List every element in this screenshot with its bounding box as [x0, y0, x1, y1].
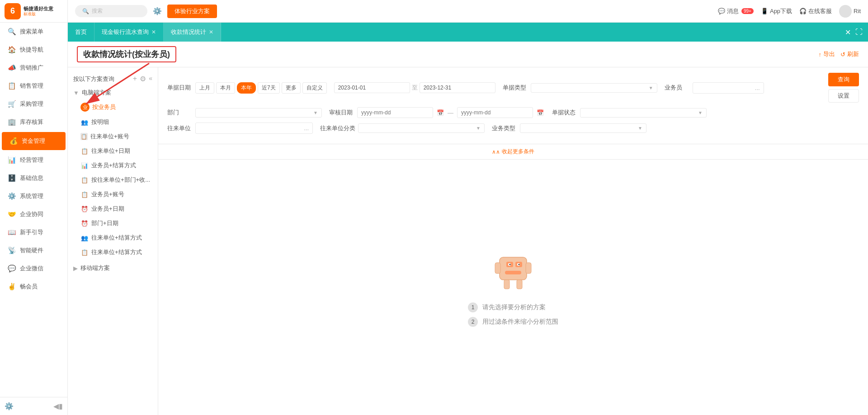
scheme-item-by-detail[interactable]: 👥 按明细: [68, 115, 158, 129]
date-btn-custom[interactable]: 自定义: [302, 82, 327, 94]
collapse-bar[interactable]: ∧∧ 收起更多条件: [158, 144, 868, 160]
sidebar-item-operations[interactable]: 📊 经营管理: [0, 151, 67, 169]
scheme-collapse-icon[interactable]: «: [149, 75, 152, 83]
tab-fullscreen-icon[interactable]: ⛶: [855, 28, 863, 36]
tab-receipt-close[interactable]: ✕: [209, 29, 213, 35]
messages-button[interactable]: 💬 消息 99+: [718, 7, 754, 15]
scheme-unit-st2-icon: 📋: [80, 248, 89, 256]
dept-select[interactable]: ▼: [195, 108, 322, 118]
online-service-button[interactable]: 🎧 在线客服: [799, 7, 832, 15]
scheme-item-unit-account[interactable]: 📋 往来单位+账号: [68, 129, 158, 144]
partner-select[interactable]: ...: [195, 123, 313, 134]
sidebar-item-wechat[interactable]: 💬 企业微信: [0, 259, 67, 278]
business-type-select[interactable]: ▼: [520, 123, 646, 133]
page-title: 收款情况统计(按业务员): [83, 50, 170, 59]
query-button[interactable]: 查询: [828, 73, 859, 86]
empty-state: 1 请先选择要分析的方案 2 用过滤条件来缩小分析范围: [158, 160, 868, 415]
voucher-status-select[interactable]: ▼: [580, 108, 707, 118]
tab-home[interactable]: 首页: [68, 23, 94, 42]
empty-state-illustration: [486, 248, 540, 293]
sidebar-item-sales[interactable]: 📋 销售管理: [0, 77, 67, 95]
scheme-group-mobile-title[interactable]: ▶ 移动端方案: [68, 261, 158, 275]
logo-icon: 6: [5, 3, 21, 19]
partner-more-icon: ...: [304, 125, 309, 132]
filter-voucher-type: 单据类型 ▼: [503, 83, 657, 93]
date-to-input[interactable]: [420, 82, 495, 93]
salesperson-label: 业务员: [665, 84, 690, 92]
sidebar-item-search[interactable]: 🔍 搜索菜单: [0, 23, 67, 41]
empty-step-1: 1 请先选择要分析的方案: [468, 302, 558, 312]
review-date-to-input[interactable]: [457, 107, 533, 118]
voucher-type-arrow: ▼: [649, 85, 653, 90]
scheme-item-salesperson-settlement[interactable]: 📊 业务员+结算方式: [68, 158, 158, 173]
sidebar-settings-icon[interactable]: ⚙️: [5, 402, 14, 410]
topbar-right: 💬 消息 99+ 📱 App下载 🎧 在线客服 Rit: [718, 5, 861, 18]
scheme-unit-st1-icon: 👥: [80, 234, 89, 242]
topbar-search[interactable]: 🔍 搜索: [75, 5, 147, 17]
sidebar-item-enterprise[interactable]: 🤝 企业协同: [0, 205, 67, 223]
sidebar-item-quicknav[interactable]: 🏠 快捷导航: [0, 41, 67, 59]
scheme-item-salesperson-date[interactable]: ⏰ 业务员+日期: [68, 202, 158, 216]
partner-category-select[interactable]: ▼: [358, 123, 485, 133]
sidebar-item-finance[interactable]: 💰 资金管理: [2, 132, 66, 150]
date-btn-this-month[interactable]: 本月: [216, 82, 235, 94]
scheme-item-unit-dept-receipt[interactable]: 📋 按往来单位+部门+收...: [68, 173, 158, 187]
scheme-item-salesperson-account[interactable]: 📋 业务员+账号: [68, 187, 158, 202]
filter-date-label: 单据日期: [167, 84, 193, 92]
date-btn-more[interactable]: 更多: [282, 82, 301, 94]
app-download-button[interactable]: 📱 App下载: [761, 7, 792, 15]
topbar-settings-icon[interactable]: ⚙️: [153, 7, 162, 15]
sidebar-item-iot[interactable]: 📡 智能硬件: [0, 241, 67, 259]
add-scheme-icon[interactable]: +: [133, 75, 137, 83]
user-area[interactable]: Rit: [839, 5, 861, 18]
scheme-item-unit-date[interactable]: 📋 往来单位+日期: [68, 144, 158, 158]
date-from-input[interactable]: [334, 82, 410, 93]
salesperson-select[interactable]: ...: [693, 82, 764, 94]
review-date-calendar-icon[interactable]: 📅: [437, 109, 444, 116]
sidebar-item-inventory[interactable]: 🏢 库存核算: [0, 113, 67, 131]
filter-date-item: 单据日期 上月 本月 本年 近7天 更多 自定义: [167, 82, 327, 94]
review-date-from-input[interactable]: [357, 107, 433, 118]
scheme-settings-icon[interactable]: ⚙: [140, 75, 146, 83]
date-btn-this-year[interactable]: 本年: [237, 82, 256, 94]
scheme-group-desktop-title[interactable]: ▼ 电脑端方案: [68, 86, 158, 99]
review-date-to-calendar-icon[interactable]: 📅: [537, 109, 544, 116]
scheme-item-unit-settlement1[interactable]: 👥 往来单位+结算方式: [68, 231, 158, 245]
tab-receipt[interactable]: 收款情况统计 ✕: [164, 23, 221, 42]
svg-rect-5: [505, 271, 521, 274]
scheme-group-desktop: ▼ 电脑端方案 业 按业务员 👥 按明细 📋 往来单位+账号: [68, 86, 158, 259]
voucher-type-select[interactable]: ▼: [531, 83, 657, 93]
filter-settings-button[interactable]: 设置: [828, 89, 859, 103]
filter-area: 单据日期 上月 本月 本年 近7天 更多 自定义: [158, 67, 868, 144]
sidebar-item-member[interactable]: ✌️ 畅会员: [0, 278, 67, 296]
sidebar-item-marketing[interactable]: 📣 营销推广: [0, 59, 67, 77]
system-icon: ⚙️: [7, 192, 16, 201]
tab-bank[interactable]: 现金银行流水查询 ✕: [94, 23, 164, 42]
tab-close-all-icon[interactable]: ✕: [845, 28, 851, 37]
sidebar-item-guide[interactable]: 📖 新手引导: [0, 223, 67, 241]
tab-bank-close[interactable]: ✕: [151, 29, 156, 35]
export-button[interactable]: ↑ 导出: [819, 50, 835, 58]
sidebar-bottom: ⚙️ ◀▮: [0, 397, 67, 415]
sales-icon: 📋: [7, 81, 16, 90]
trial-button[interactable]: 体验行业方案: [167, 5, 217, 18]
date-btn-last-month[interactable]: 上月: [195, 82, 214, 94]
date-btn-7days[interactable]: 近7天: [258, 82, 280, 94]
scheme-item-unit-settlement2[interactable]: 📋 往来单位+结算方式: [68, 245, 158, 259]
svg-point-13: [519, 264, 520, 265]
sidebar-collapse-icon[interactable]: ◀▮: [53, 402, 63, 410]
sidebar-item-basic[interactable]: 🗄️ 基础信息: [0, 169, 67, 187]
scheme-item-by-salesperson[interactable]: 业 按业务员: [68, 99, 158, 115]
left-panel-title: 按以下方案查询: [73, 75, 114, 83]
filter-row-2: 部门 ▼ 审核日期 📅 — 📅: [167, 107, 859, 118]
tabbar: 首页 现金银行流水查询 ✕ 收款情况统计 ✕ ✕ ⛶: [68, 23, 868, 42]
business-type-label: 业务类型: [492, 124, 517, 132]
empty-step-2: 2 用过滤条件来缩小分析范围: [468, 317, 558, 327]
sidebar-item-purchase[interactable]: 🛒 采购管理: [0, 95, 67, 113]
user-avatar: [839, 5, 852, 18]
sidebar-item-system[interactable]: ⚙️ 系统管理: [0, 187, 67, 205]
marketing-icon: 📣: [7, 63, 16, 72]
scheme-item-dept-date[interactable]: ⏰ 部门+日期: [68, 216, 158, 231]
main-area: 🔍 搜索 ⚙️ 体验行业方案 💬 消息 99+ 📱 App下载 🎧 在线客服: [68, 0, 868, 415]
refresh-button[interactable]: ↺ 刷新: [840, 50, 859, 58]
